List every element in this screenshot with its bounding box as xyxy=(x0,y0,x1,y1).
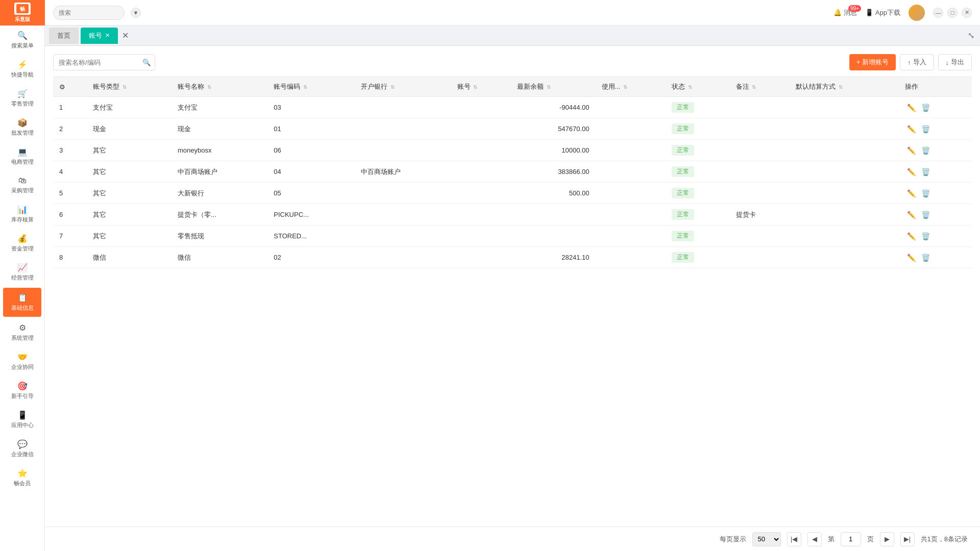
next-page-button[interactable]: ▶ xyxy=(880,532,894,546)
dropdown-btn[interactable]: ▼ xyxy=(131,8,141,18)
table-row: 7 其它 零售抵现 STORED... 正常 ✏️ 🗑️ xyxy=(53,226,972,247)
sidebar-item-purchase[interactable]: 🛍 采购管理 xyxy=(0,171,44,199)
delete-button[interactable]: 🗑️ xyxy=(919,124,932,134)
edit-button[interactable]: ✏️ xyxy=(905,210,918,220)
app-download-button[interactable]: 📱 App下载 xyxy=(865,8,900,17)
last-page-button[interactable]: ▶| xyxy=(900,532,915,546)
sidebar-item-quick-nav[interactable]: ⚡ 快捷导航 xyxy=(0,55,44,84)
col-code[interactable]: 账号编码 ⇅ xyxy=(267,77,355,97)
sidebar-item-app-center[interactable]: 📱 应用中心 xyxy=(0,405,44,434)
sidebar-item-label: 企业协同 xyxy=(11,363,34,371)
settings-icon: ⚙ xyxy=(59,83,65,91)
tab-account[interactable]: 账号 ✕ xyxy=(81,28,118,44)
sidebar-item-basic-info[interactable]: 📋 基础信息 xyxy=(3,288,41,317)
import-button[interactable]: ↑ 导入 xyxy=(900,54,934,70)
sidebar-item-label: 经营管理 xyxy=(11,274,34,282)
sidebar-item-label: 快捷导航 xyxy=(11,71,34,79)
sidebar-item-operations[interactable]: 📈 经营管理 xyxy=(0,258,44,287)
sidebar-item-ecommerce[interactable]: 💻 电商管理 xyxy=(0,142,44,171)
cell-name: 现金 xyxy=(172,118,267,140)
cell-action: ✏️ 🗑️ xyxy=(899,204,972,226)
topbar-search-input[interactable] xyxy=(53,6,125,20)
col-use-label: 使用... xyxy=(602,83,621,90)
col-type[interactable]: 账号类型 ⇅ xyxy=(87,77,171,97)
page-input[interactable] xyxy=(841,532,861,546)
delete-button[interactable]: 🗑️ xyxy=(919,103,932,113)
col-name[interactable]: 账号名称 ⇅ xyxy=(172,77,267,97)
col-remark[interactable]: 备注 ⇅ xyxy=(730,77,790,97)
cell-type: 其它 xyxy=(87,161,171,183)
close-button[interactable]: ✕ xyxy=(962,8,972,18)
cell-default-payment xyxy=(790,118,898,140)
col-bank[interactable]: 开户银行 ⇅ xyxy=(355,77,451,97)
sidebar-item-inventory[interactable]: 📊 库存核算 xyxy=(0,199,44,229)
edit-button[interactable]: ✏️ xyxy=(905,145,918,156)
status-badge: 正常 xyxy=(672,123,694,134)
cell-name: 提货卡（零... xyxy=(172,204,267,226)
col-settings[interactable]: ⚙ xyxy=(53,77,87,97)
sidebar-item-finance[interactable]: 💰 资金管理 xyxy=(0,229,44,258)
col-type-label: 账号类型 xyxy=(93,83,119,90)
edit-button[interactable]: ✏️ xyxy=(905,253,918,263)
page-size-select[interactable]: 50 100 200 xyxy=(752,532,781,546)
prev-page-button[interactable]: ◀ xyxy=(807,532,822,546)
col-action-label: 操作 xyxy=(905,83,918,90)
tab-account-close[interactable]: ✕ xyxy=(105,32,110,39)
sidebar-item-enterprise-wechat[interactable]: 💬 企业微信 xyxy=(0,434,44,463)
col-default-payment[interactable]: 默认结算方式 ⇅ xyxy=(790,77,898,97)
cell-id: 2 xyxy=(53,118,87,140)
col-status[interactable]: 状态 ⇅ xyxy=(666,77,730,97)
sidebar-item-enterprise-agree[interactable]: 🤝 企业协同 xyxy=(0,347,44,376)
cell-account xyxy=(451,226,511,247)
maximize-button[interactable]: □ xyxy=(947,8,958,18)
col-use[interactable]: 使用... ⇅ xyxy=(596,77,666,97)
delete-button[interactable]: 🗑️ xyxy=(919,188,932,198)
export-button[interactable]: ↓ 导出 xyxy=(938,54,972,70)
edit-button[interactable]: ✏️ xyxy=(905,124,918,134)
sidebar-item-newbie-guide[interactable]: 🎯 新手引导 xyxy=(0,376,44,405)
edit-button[interactable]: ✏️ xyxy=(905,188,918,198)
sidebar-item-system[interactable]: ⚙ 系统管理 xyxy=(0,318,44,347)
sidebar-item-label: 电商管理 xyxy=(11,158,34,166)
delete-button[interactable]: 🗑️ xyxy=(919,253,932,263)
delete-button[interactable]: 🗑️ xyxy=(919,145,932,156)
minimize-button[interactable]: — xyxy=(933,8,943,18)
delete-button[interactable]: 🗑️ xyxy=(919,167,932,177)
edit-button[interactable]: ✏️ xyxy=(905,103,918,113)
first-page-button[interactable]: |◀ xyxy=(787,532,801,546)
cell-bank xyxy=(355,247,451,268)
col-account[interactable]: 账号 ⇅ xyxy=(451,77,511,97)
sidebar-item-wholesale[interactable]: 📦 批发管理 xyxy=(0,113,44,142)
status-badge: 正常 xyxy=(672,166,694,177)
delete-button[interactable]: 🗑️ xyxy=(919,210,932,220)
user-avatar[interactable] xyxy=(909,5,925,21)
cell-name: 支付宝 xyxy=(172,97,267,118)
table-search-button[interactable]: 🔍 xyxy=(142,59,151,66)
edit-button[interactable]: ✏️ xyxy=(905,167,918,177)
tab-restore-window[interactable]: ⤡ xyxy=(966,31,976,41)
cell-balance: 10000.00 xyxy=(511,140,595,161)
add-account-button[interactable]: + 新增账号 xyxy=(849,54,896,70)
sidebar-item-retail[interactable]: 🛒 零售管理 xyxy=(0,84,44,113)
cell-code: 05 xyxy=(267,183,355,204)
logo-icon: 畅 xyxy=(14,3,31,15)
cell-action: ✏️ 🗑️ xyxy=(899,161,972,183)
system-icon: ⚙ xyxy=(19,323,26,333)
edit-button[interactable]: ✏️ xyxy=(905,231,918,241)
cell-id: 3 xyxy=(53,140,87,161)
sort-status-icon: ⇅ xyxy=(688,84,692,90)
sidebar-item-vip[interactable]: ⭐ 畅会员 xyxy=(0,463,44,492)
tab-home[interactable]: 首页 xyxy=(49,28,79,44)
tab-close-window[interactable]: ✕ xyxy=(120,31,130,41)
delete-button[interactable]: 🗑️ xyxy=(919,231,932,241)
table-search-input[interactable] xyxy=(53,54,155,70)
operations-icon: 📈 xyxy=(17,263,28,272)
table-row: 3 其它 moneybosx 06 10000.00 正常 ✏️ 🗑️ xyxy=(53,140,972,161)
cell-use xyxy=(596,161,666,183)
sidebar-item-search-menu[interactable]: 🔍 搜索菜单 xyxy=(0,26,44,55)
messages-button[interactable]: 🔔 消息 99+ xyxy=(834,8,857,17)
cell-balance xyxy=(511,226,595,247)
col-balance[interactable]: 最新余额 ⇅ xyxy=(511,77,595,97)
page-label: 第 xyxy=(828,535,835,544)
cell-use xyxy=(596,118,666,140)
